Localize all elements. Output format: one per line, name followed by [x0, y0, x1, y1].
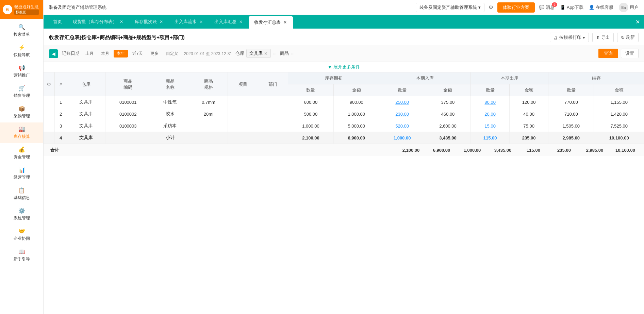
tab-batch-account-close[interactable]: ✕ [159, 19, 164, 25]
warehouse-tag[interactable]: 文具库 ✕ [246, 49, 271, 58]
row-in-qty[interactable]: 250.00 [379, 96, 425, 108]
expand-icon: ▼ [328, 65, 332, 70]
tab-in-out-summary-close[interactable]: ✕ [238, 19, 243, 25]
topbar-right: 💬 消息 6 📱 App下载 👤 在线客服 Ea 用户 [539, 3, 639, 12]
user-menu[interactable]: Ea 用户 [619, 3, 639, 12]
quick-nav-icon: ⚡ [18, 44, 25, 51]
experience-button[interactable]: 体验行业方案 [497, 2, 535, 13]
sidebar-item-label: 营销推广 [14, 72, 30, 78]
date-opt-this-month[interactable]: 本月 [98, 50, 112, 57]
filter-toggle-button[interactable]: ◀ [49, 49, 58, 58]
refresh-button[interactable]: ↻ 刷新 [617, 33, 639, 42]
toggle-icon: ◀ [52, 51, 55, 56]
row-opening-amount: 5,000.00 [334, 120, 379, 132]
tab-stock-distribution[interactable]: 现货量（库存分布表） ✕ [67, 15, 129, 29]
row-closing-amount: 7,525.00 [594, 120, 644, 132]
warehouse-tag-value: 文具库 [249, 50, 263, 56]
tab-receive-send-summary-close[interactable]: ✕ [283, 19, 287, 26]
tab-receive-send-summary[interactable]: 收发存汇总表 ✕ [249, 16, 293, 29]
row-out-qty[interactable]: 80.00 [471, 96, 510, 108]
sidebar-item-label: 新手引导 [14, 256, 30, 262]
footer-in-qty: 1,000.00 [457, 148, 488, 153]
row-closing-amount: 10,100.00 [594, 132, 644, 144]
warehouse-more-button[interactable]: ··· [273, 51, 277, 56]
date-opt-7days[interactable]: 近7天 [129, 50, 146, 57]
warehouse-filter-group: 仓库 文具库 ✕ ··· [235, 49, 277, 58]
gear-icon[interactable]: ⚙ [489, 4, 493, 11]
basic-icon: 📋 [18, 187, 25, 194]
date-opt-custom[interactable]: 自定义 [163, 50, 181, 57]
sales-icon: 🛒 [18, 85, 25, 92]
col-opening-qty: 数量 [288, 84, 333, 96]
print-button[interactable]: 🖨 按模板打印 ▾ [550, 33, 589, 42]
sidebar-item-label: 基础信息 [14, 195, 30, 201]
date-opt-this-year[interactable]: 本年 [114, 50, 128, 57]
col-closing-qty: 数量 [548, 84, 594, 96]
footer-label: 合计 [47, 147, 74, 153]
sidebar-item-inventory[interactable]: 🏭 库存核算 [0, 122, 43, 143]
tab-batch-account-label: 库存批次账 [135, 19, 157, 25]
sidebar-item-system[interactable]: ⚙️ 系统管理 [0, 204, 43, 225]
topbar-selector[interactable]: 装备及固定资产辅助管理系统 ▾ [416, 3, 484, 12]
online-service-label: 在线客服 [596, 4, 613, 11]
filter-settings-button[interactable]: 设置 [621, 49, 639, 58]
message-icon: 💬 [539, 5, 544, 10]
row-out-qty[interactable]: 115.00 [471, 132, 510, 144]
col-out-qty: 数量 [471, 84, 510, 96]
expand-conditions-button[interactable]: ▼ 展开更多条件 [328, 64, 360, 70]
tab-in-out-flow-close[interactable]: ✕ [199, 19, 203, 25]
date-opt-last-month[interactable]: 上月 [82, 50, 97, 57]
row-out-amount: 120.00 [510, 96, 548, 108]
tab-in-out-flow-label: 出入库流水 [175, 19, 197, 25]
row-out-qty[interactable]: 15.00 [471, 120, 510, 132]
tab-in-out-summary[interactable]: 出入库汇总 ✕ [209, 15, 249, 29]
sidebar-item-quick-nav[interactable]: ⚡ 快捷导航 [0, 41, 43, 61]
col-dept: 部门 [258, 72, 288, 96]
sidebar-item-label: 销售管理 [14, 93, 30, 99]
page-actions: 🖨 按模板打印 ▾ ⬆ 导出 ↻ 刷新 [550, 33, 639, 42]
sidebar-item-label: 搜索菜单 [14, 32, 30, 37]
row-gear [44, 120, 55, 132]
tab-in-out-flow[interactable]: 出入库流水 ✕ [169, 15, 209, 29]
sidebar-item-marketing[interactable]: 📢 营销推广 [0, 61, 43, 82]
page-title: 收发存汇总表(按仓库+商品编码+商品+规格型号+项目+部门) [49, 34, 185, 41]
date-filter-label: 记账日期 [62, 50, 80, 56]
marketing-icon: 📢 [18, 65, 25, 71]
row-in-qty[interactable]: 520.00 [379, 120, 425, 132]
message-button[interactable]: 💬 消息 6 [539, 4, 555, 11]
data-table-wrap: ⚙ # 仓库 商品编码 商品名称 商品规格 项目 部门 库存期初 本期入库 本期… [44, 72, 644, 314]
date-opt-more[interactable]: 更多 [147, 50, 162, 57]
selector-label: 装备及固定资产辅助管理系统 [419, 4, 477, 11]
tab-stock-distribution-close[interactable]: ✕ [119, 19, 124, 25]
row-out-qty[interactable]: 20.00 [471, 108, 510, 120]
tab-batch-account[interactable]: 库存批次账 ✕ [129, 15, 169, 29]
warehouse-tag-close-icon[interactable]: ✕ [264, 51, 268, 56]
table-footer: 合计 2,100.00 6,900.00 1,000.00 3,435.00 1… [44, 144, 644, 156]
refresh-label: 刷新 [626, 34, 635, 40]
online-service-button[interactable]: 👤 在线客服 [589, 4, 613, 11]
app-download-button[interactable]: 📱 App下载 [560, 4, 583, 11]
row-in-qty[interactable]: 1,000.00 [379, 132, 425, 144]
row-closing-qty: 1,505.00 [548, 120, 594, 132]
sidebar-item-sales[interactable]: 🛒 销售管理 [0, 82, 43, 102]
close-all-tabs-button[interactable]: ✕ [635, 19, 640, 25]
sidebar-item-enterprise[interactable]: 🤝 企业协同 [0, 225, 43, 245]
row-in-qty[interactable]: 230.00 [379, 108, 425, 120]
sidebar-item-newbie[interactable]: 📖 新手引导 [0, 245, 43, 265]
row-in-amount: 460.00 [425, 108, 470, 120]
sidebar-item-operations[interactable]: 📊 经营管理 [0, 163, 43, 184]
sidebar-item-finance[interactable]: 💰 资金管理 [0, 143, 43, 163]
goods-more-button[interactable]: ··· [291, 51, 295, 56]
export-button[interactable]: ⬆ 导出 [592, 33, 614, 42]
system-icon: ⚙️ [18, 208, 25, 214]
date-range-display: 2023-01-01 至 2023-12-31 [184, 51, 232, 57]
sidebar-item-basic[interactable]: 📋 基础信息 [0, 184, 43, 204]
sidebar-item-purchase[interactable]: 📦 采购管理 [0, 102, 43, 122]
query-button[interactable]: 查询 [598, 49, 618, 58]
tab-home[interactable]: 首页 [48, 15, 67, 29]
row-num: 3 [55, 120, 67, 132]
footer-closing-qty: 2,985.00 [579, 148, 610, 153]
sidebar-item-search[interactable]: 🔍 搜索菜单 [0, 20, 43, 41]
row-gear [44, 96, 55, 108]
goods-filter-group: 商品 ··· [280, 50, 295, 56]
